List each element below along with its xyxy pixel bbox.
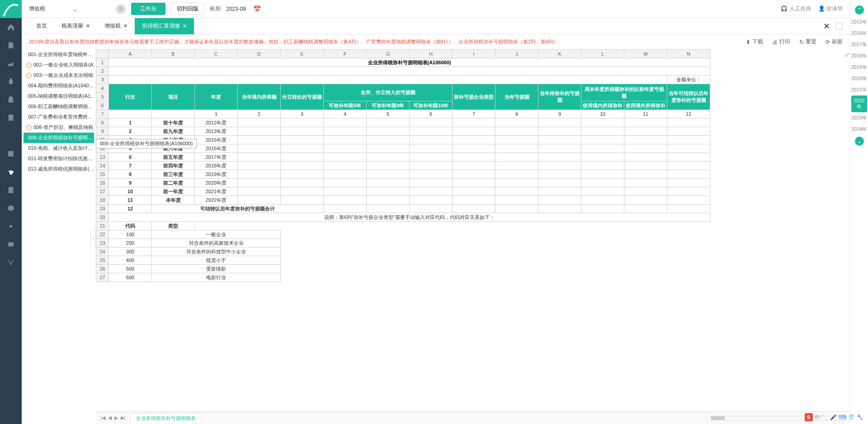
- tab-close-icon[interactable]: ✕: [123, 23, 127, 29]
- box-icon[interactable]: [0, 199, 22, 217]
- ime-lang[interactable]: 中: [815, 414, 820, 421]
- clipboard-icon[interactable]: [0, 91, 22, 109]
- spreadsheet[interactable]: ABCDEFGHIJKLMN1企业所得税弥补亏损明细表(A106000)23金额…: [96, 49, 850, 411]
- col-hdr[interactable]: M: [624, 50, 667, 58]
- year-2021年[interactable]: 2021年: [850, 84, 868, 95]
- year-2022年[interactable]: 2022年: [851, 95, 867, 112]
- period-value: 2023-09: [226, 6, 246, 12]
- col-hdr[interactable]: G: [367, 50, 410, 58]
- close-all-tabs[interactable]: ✕: [820, 20, 833, 33]
- tree-item[interactable]: 011-研发费用加计扣除优惠…: [24, 153, 94, 164]
- topbar: 增值税 ⌄ ☰ 工作台 切到旧版 账期 2023-09 📅 🎧 人工咨询 👤 徐…: [22, 0, 850, 18]
- year-2024年[interactable]: 2024年: [850, 124, 868, 135]
- ime-tool[interactable]: 🔧: [857, 414, 863, 420]
- sheet-nav-prev[interactable]: ◀: [107, 415, 113, 421]
- consult-link[interactable]: 🎧 人工咨询: [781, 5, 811, 13]
- tree-item[interactable]: !002-一般企业收入明细表(A1…: [24, 60, 94, 70]
- transfer-icon[interactable]: [0, 181, 22, 199]
- tree-item[interactable]: 007-广告费和业务宣传费跨…: [24, 112, 94, 122]
- warning-text: 2019年度涉及取以前年度结转数据的申报表单元格需要手工维护正确，才能保证本年及…: [22, 34, 739, 49]
- col-hdr[interactable]: C: [195, 50, 238, 58]
- v-icon[interactable]: [0, 253, 22, 272]
- tree-item[interactable]: 004-期间费用明细表(A1040…: [24, 81, 94, 91]
- logo[interactable]: [0, 0, 22, 18]
- sheet-title: 企业所得税弥补亏损明细表(A106000): [109, 58, 710, 67]
- collapse-handle[interactable]: ‹: [90, 229, 96, 248]
- sheet-tab[interactable]: 企业所得税弥补亏损明细表: [130, 413, 202, 423]
- col-hdr[interactable]: K: [538, 50, 581, 58]
- year-2018年[interactable]: 2018年: [850, 50, 868, 62]
- tab-首页[interactable]: 首页: [29, 18, 54, 34]
- text-icon[interactable]: [0, 127, 22, 145]
- col-hdr[interactable]: I: [453, 50, 495, 58]
- col-hdr[interactable]: F: [324, 50, 367, 58]
- col-hdr[interactable]: H: [410, 50, 453, 58]
- ime-icon[interactable]: S: [805, 413, 813, 421]
- tab-税表清册[interactable]: 税表清册✕: [54, 18, 97, 34]
- cup-icon[interactable]: [0, 163, 22, 181]
- report-tree: 001-企业所得税年度纳税申…!002-一般企业收入明细表(A1…!003-一般…: [22, 49, 96, 424]
- year-2015年[interactable]: 2015年: [850, 16, 868, 28]
- chevron-down-icon: ⌄: [72, 5, 78, 13]
- doc-icon[interactable]: [0, 36, 22, 54]
- unit-label: 金额单位：: [667, 76, 710, 84]
- gear-icon[interactable]: [0, 217, 22, 235]
- year-up[interactable]: ⌃: [855, 5, 864, 14]
- sheet-nav-next[interactable]: ▶: [113, 415, 119, 421]
- tab-增值税[interactable]: 增值税✕: [97, 18, 135, 34]
- print-button[interactable]: 🖨 打印: [772, 38, 790, 46]
- col-hdr[interactable]: L: [581, 50, 624, 58]
- tree-item[interactable]: !008-资产折旧、摊销及纳税…: [24, 122, 94, 133]
- col-hdr[interactable]: E: [281, 50, 324, 58]
- video-icon[interactable]: [0, 235, 22, 253]
- module-dropdown[interactable]: 增值税 ⌄: [29, 5, 110, 13]
- tab-所得税汇算清缴[interactable]: 所得税汇算清缴✕: [135, 18, 194, 34]
- switch-old-button[interactable]: 切到旧版: [171, 3, 204, 15]
- ime-kbd[interactable]: ⌨: [839, 414, 846, 420]
- tree-item[interactable]: 006-职工薪酬纳税调整明细…: [24, 101, 94, 112]
- ime-skin[interactable]: 👕: [848, 414, 855, 420]
- period-label: 账期: [210, 5, 221, 13]
- tree-item[interactable]: 012-减免所得税优惠明细表(…: [24, 164, 94, 174]
- warn-icon: !: [26, 125, 32, 130]
- chart-icon[interactable]: [0, 54, 22, 72]
- tree-item[interactable]: 005-纳税调整项目明细表(A1…: [24, 91, 94, 101]
- warn-icon: !: [26, 73, 32, 78]
- calc-icon[interactable]: [0, 109, 22, 127]
- calendar-icon[interactable]: 📅: [253, 5, 261, 13]
- tab-close-icon[interactable]: ✕: [86, 23, 90, 29]
- refresh-button[interactable]: ⟳ 刷新: [826, 38, 843, 46]
- ime-bar: S 中 '， 🎤 ⌨ 👕 🔧: [805, 413, 863, 421]
- download-button[interactable]: ⬇ 下载: [746, 38, 763, 46]
- user-menu[interactable]: 👤 徐泽华: [818, 5, 843, 13]
- home-icon[interactable]: [0, 18, 22, 36]
- col-hdr[interactable]: J: [495, 50, 538, 58]
- action-bar: ⬇ 下载 🖨 打印 ↻ 重置 ⟳ 刷新: [739, 34, 850, 49]
- ime-mic[interactable]: 🎤: [830, 414, 837, 420]
- workbench-button[interactable]: 工作台: [131, 3, 165, 15]
- col-hdr[interactable]: N: [667, 50, 710, 58]
- tree-item[interactable]: 010-免税、减计收入及加计…: [24, 143, 94, 153]
- year-down[interactable]: ⌄: [855, 137, 864, 146]
- year-2017年[interactable]: 2017年: [850, 39, 868, 50]
- reset-button[interactable]: ↻ 重置: [799, 38, 816, 46]
- col-hdr[interactable]: B: [152, 50, 195, 58]
- tab-close-icon[interactable]: ✕: [183, 23, 187, 29]
- bag-icon[interactable]: [0, 72, 22, 91]
- col-hdr[interactable]: A: [109, 50, 152, 58]
- tree-item[interactable]: 001-企业所得税年度纳税申…: [24, 49, 94, 60]
- expand-handle[interactable]: ⤢: [844, 51, 850, 58]
- tree-item[interactable]: !003-一般企业成本支出明细…: [24, 70, 94, 81]
- year-2016年[interactable]: 2016年: [850, 28, 868, 39]
- year-2020年[interactable]: 2020年: [850, 73, 868, 84]
- sheet-nav-last[interactable]: ▶|: [120, 415, 127, 421]
- tab-options[interactable]: [835, 23, 843, 30]
- tree-item[interactable]: 009-企业所得税弥补亏损明…: [24, 133, 94, 143]
- year-2023年[interactable]: 2023年: [850, 112, 868, 124]
- year-2019年[interactable]: 2019年: [850, 62, 868, 73]
- sheet-nav-first[interactable]: |◀: [99, 415, 106, 421]
- col-hdr[interactable]: D: [238, 50, 281, 58]
- list-icon[interactable]: ☰: [116, 4, 126, 14]
- image-icon[interactable]: [0, 145, 22, 163]
- ime-punct[interactable]: '，: [822, 414, 828, 421]
